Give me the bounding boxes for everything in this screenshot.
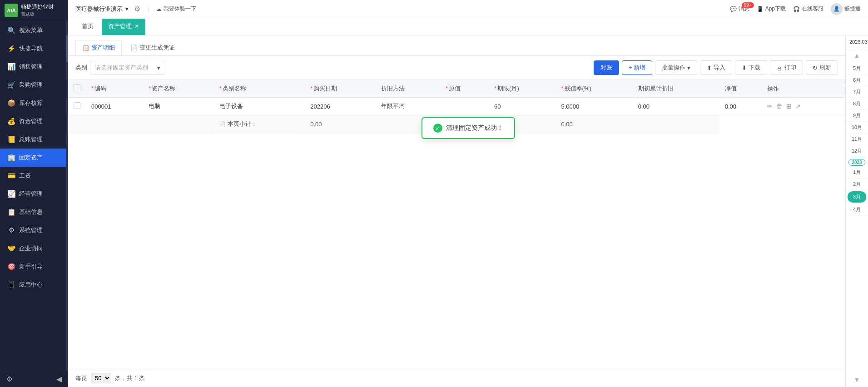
panel-month-2022-5月[interactable]: 5月 bbox=[846, 63, 868, 74]
company-name: 医疗器械行业演示 bbox=[75, 5, 123, 13]
sidebar-item-fixed-assets[interactable]: 🏢 固定资产 bbox=[0, 149, 66, 167]
sidebar-icon-fixed-assets: 🏢 bbox=[7, 154, 15, 162]
subtotal-net: 0.00 bbox=[556, 115, 633, 134]
sub-tab-change-voucher[interactable]: 📄 变更生成凭证 bbox=[124, 40, 182, 55]
header-checkbox[interactable] bbox=[74, 84, 80, 91]
panel-up-arrow[interactable]: ▲ bbox=[852, 50, 862, 61]
panel-month-2022-12月[interactable]: 12月 bbox=[846, 145, 868, 157]
sidebar-logo: AtA 畅捷通好业财 普及版 bbox=[0, 0, 68, 21]
right-panel: 2023.03 ✕ ⤢ ▲ 5月6月7月8月9月10月11月12月20231月2… bbox=[845, 35, 868, 387]
sidebar-icon-ledger: 📒 bbox=[7, 135, 15, 144]
delete-icon-0[interactable]: 🗑 bbox=[776, 103, 783, 110]
sidebar-label-guide: 新手引导 bbox=[19, 263, 43, 271]
tab-asset-mgmt-close[interactable]: ✕ bbox=[134, 23, 139, 30]
table-row: 000001 电脑 电子设备 202206 年限平均 60 5.0000 0.0… bbox=[68, 98, 845, 115]
per-page-select[interactable]: 50 bbox=[91, 373, 111, 383]
panel-year-2023: 2023 bbox=[846, 157, 868, 167]
sidebar-label-purchase: 采购管理 bbox=[19, 81, 43, 89]
service-label: 在线客服 bbox=[802, 5, 823, 13]
panel-month-2022-9月[interactable]: 9月 bbox=[846, 110, 868, 122]
panel-month-2023-3月[interactable]: 3月 bbox=[848, 191, 866, 203]
panel-scroll: 5月6月7月8月9月10月11月12月20231月2月3月4月 bbox=[846, 63, 868, 372]
sidebar-item-funds[interactable]: 💰 资金管理 bbox=[0, 112, 66, 130]
experience-btn[interactable]: ☁ 我要体验一下 bbox=[156, 5, 196, 13]
username: 畅捷通 bbox=[844, 5, 861, 13]
tab-asset-mgmt[interactable]: 资产管理 ✕ bbox=[102, 19, 145, 35]
download-btn[interactable]: ⬇ 下载 bbox=[735, 60, 767, 75]
sidebar-item-search[interactable]: 🔍 搜索菜单 bbox=[0, 21, 66, 40]
sidebar-item-system[interactable]: ⚙ 系统管理 bbox=[0, 221, 66, 239]
logo-icon: AtA bbox=[5, 4, 18, 17]
sidebar-item-payroll[interactable]: 💳 工资 bbox=[0, 167, 66, 185]
filter-group: 类别 请选择固定资产类别 ▾ bbox=[75, 61, 165, 74]
sub-tab-asset-detail-label: 资产明细 bbox=[91, 44, 115, 52]
success-icon: ✓ bbox=[433, 124, 442, 133]
batch-dropdown-icon: ▾ bbox=[687, 64, 690, 71]
row-checkbox-0[interactable] bbox=[74, 102, 80, 109]
panel-month-2022-6月[interactable]: 6月 bbox=[846, 74, 868, 86]
download-btn-label: 下载 bbox=[749, 64, 760, 72]
topbar-gear-icon[interactable]: ⚙ bbox=[134, 5, 140, 13]
sidebar-item-enterprise[interactable]: 🤝 企业协同 bbox=[0, 239, 66, 258]
panel-month-2023-4月[interactable]: 4月 bbox=[846, 204, 868, 216]
sidebar-label-funds: 资金管理 bbox=[19, 117, 43, 125]
topbar: 医疗器械行业演示 ▾ ⚙ | ☁ 我要体验一下 💬 消息 99+ 📱 App下载… bbox=[68, 0, 868, 18]
message-btn[interactable]: 💬 消息 99+ bbox=[730, 5, 749, 13]
reconcile-btn[interactable]: 对账 bbox=[594, 60, 619, 75]
panel-month-2023-2月[interactable]: 2月 bbox=[846, 179, 868, 190]
logo-text-wrap: 畅捷通好业财 普及版 bbox=[21, 4, 54, 17]
panel-month-2023-1月[interactable]: 1月 bbox=[846, 167, 868, 179]
collapse-icon[interactable]: ◀ bbox=[56, 375, 62, 383]
sidebar-item-sales[interactable]: 📊 销售管理 bbox=[0, 58, 66, 76]
total-label: 条，共 1 条 bbox=[115, 374, 145, 382]
category-select[interactable]: 请选择固定资产类别 ▾ bbox=[90, 61, 165, 74]
refresh-btn[interactable]: ↻ 刷新 bbox=[806, 60, 838, 75]
reconcile-btn-label: 对账 bbox=[600, 64, 612, 72]
panel-month-2022-11月[interactable]: 11月 bbox=[846, 134, 868, 145]
sidebar-item-ledger[interactable]: 📒 总账管理 bbox=[0, 130, 66, 149]
panel-month-2022-7月[interactable]: 7月 bbox=[846, 86, 868, 98]
success-toast: ✓ 清理固定资产成功！ bbox=[422, 117, 515, 139]
sidebar-item-operations[interactable]: 📈 经营管理 bbox=[0, 185, 66, 203]
sidebar-label-payroll: 工资 bbox=[19, 172, 31, 180]
panel-month-2022-8月[interactable]: 8月 bbox=[846, 98, 868, 110]
more-icon-0[interactable]: ↗ bbox=[795, 103, 801, 110]
sidebar-item-quick-nav[interactable]: ⚡ 快捷导航 bbox=[0, 40, 66, 58]
new-btn[interactable]: + 新增 bbox=[622, 60, 652, 75]
sidebar-item-guide[interactable]: 🎯 新手引导 bbox=[0, 258, 66, 276]
sidebar-item-purchase[interactable]: 🛒 采购管理 bbox=[0, 76, 66, 94]
panel-down-arrow[interactable]: ▼ bbox=[852, 374, 862, 385]
col-initial-accum: 期初累计折旧 bbox=[633, 80, 719, 98]
logo-subtitle: 普及版 bbox=[21, 11, 54, 17]
sidebar-icon-guide: 🎯 bbox=[7, 263, 15, 271]
experience-text: 我要体验一下 bbox=[164, 5, 196, 13]
batch-btn[interactable]: 批量操作 ▾ bbox=[655, 60, 697, 75]
sidebar: AtA 畅捷通好业财 普及版 🔍 搜索菜单 ⚡ 快捷导航 📊 销售管理 🛒 采购… bbox=[0, 0, 68, 387]
app-download-btn[interactable]: 📱 App下载 bbox=[757, 5, 786, 13]
sidebar-label-app-center: 应用中心 bbox=[19, 281, 43, 289]
refresh-icon: ↻ bbox=[813, 64, 818, 71]
edit-icon-0[interactable]: ✏ bbox=[767, 103, 773, 110]
print-btn[interactable]: 🖨 打印 bbox=[770, 60, 803, 75]
sidebar-icon-app-center: 📱 bbox=[7, 281, 15, 289]
copy-icon-0[interactable]: ⊞ bbox=[786, 103, 792, 110]
sidebar-icon-enterprise: 🤝 bbox=[7, 244, 15, 253]
sidebar-icon-operations: 📈 bbox=[7, 190, 15, 198]
sidebar-item-inventory[interactable]: 📦 库存核算 bbox=[0, 94, 66, 112]
change-voucher-icon: 📄 bbox=[130, 45, 138, 51]
asset-detail-icon: 📋 bbox=[82, 45, 89, 51]
pagination: 每页 50 条，共 1 条 bbox=[68, 369, 845, 387]
sidebar-item-basic-info[interactable]: 📋 基础信息 bbox=[0, 203, 66, 221]
tab-home-label: 首页 bbox=[82, 23, 94, 30]
panel-month-2022-10月[interactable]: 10月 bbox=[846, 122, 868, 134]
sub-tab-asset-detail[interactable]: 📋 资产明细 bbox=[75, 40, 122, 55]
cell-period-0: 60 bbox=[489, 98, 556, 115]
import-btn[interactable]: ⬆ 导入 bbox=[700, 60, 732, 75]
settings-icon[interactable]: ⚙ bbox=[6, 375, 13, 383]
cell-residual-rate-0: 5.0000 bbox=[556, 98, 633, 115]
sidebar-item-app-center[interactable]: 📱 应用中心 bbox=[0, 276, 66, 294]
company-selector[interactable]: 医疗器械行业演示 ▾ bbox=[75, 5, 129, 13]
tab-home[interactable]: 首页 bbox=[75, 19, 100, 35]
user-profile-btn[interactable]: 👤 畅捷通 bbox=[831, 3, 861, 15]
online-service-btn[interactable]: 🎧 在线客服 bbox=[793, 5, 823, 13]
